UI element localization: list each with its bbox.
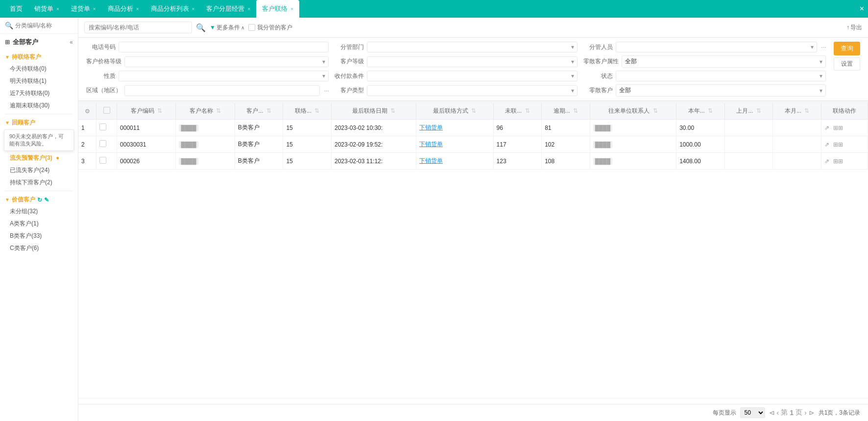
filter-manager-select[interactable]: ▾ xyxy=(616,42,817,52)
filter-status-select[interactable]: ▾ xyxy=(616,71,826,81)
tab-sales-order[interactable]: 销货单 × xyxy=(28,0,65,18)
filter-settings-button[interactable]: 设置 xyxy=(834,57,860,71)
search-input[interactable] xyxy=(84,22,192,33)
col-settings: ⚙ xyxy=(78,103,96,120)
arrow-icon: ▼ xyxy=(5,54,10,60)
tab-product-analysis[interactable]: 商品分析 × xyxy=(102,0,145,18)
refresh-icon[interactable]: ↻ xyxy=(37,197,42,203)
more-conditions-toggle[interactable]: ▼ 更多条件 ∧ xyxy=(210,24,244,32)
filter-manager-label: 分管人员 xyxy=(583,43,613,51)
action-link-icon[interactable]: ⇗ xyxy=(824,158,829,165)
close-tab-product-analysis-list[interactable]: × xyxy=(192,6,195,12)
last-method-link[interactable]: 下销货单 xyxy=(419,141,443,148)
last-method-link[interactable]: 下销货单 xyxy=(419,157,443,164)
sidebar-item-7day-contact[interactable]: 近7天待联络(0) xyxy=(0,87,78,99)
query-button[interactable]: 查询 xyxy=(834,42,860,55)
sort-icon-this-month[interactable]: ⇅ xyxy=(804,107,809,114)
manager-dots[interactable]: ··· xyxy=(821,44,826,50)
tooltip-review: 90天未交易的客户，可能有流失风险。 xyxy=(4,129,74,151)
sort-icon-this-year[interactable]: ⇅ xyxy=(708,107,713,114)
sort-icon-overdue[interactable]: ⇅ xyxy=(573,107,578,114)
sort-icon-contact-count[interactable]: ⇅ xyxy=(314,107,319,114)
row-checkbox[interactable] xyxy=(99,140,106,147)
filter-phone-input[interactable] xyxy=(119,42,329,52)
sort-icon-contact-person[interactable]: ⇅ xyxy=(653,107,658,114)
select-all-checkbox[interactable] xyxy=(103,107,110,114)
close-tab-product-analysis[interactable]: × xyxy=(136,6,139,12)
filter-payment-select[interactable]: ▾ xyxy=(367,71,577,81)
sidebar-group-review[interactable]: ▼ 回顾客户 xyxy=(0,116,78,128)
table-area: ⚙ 客户编码 ⇅ 客户名称 ⇅ xyxy=(78,103,868,398)
col-overdue: 逾期... ⇅ xyxy=(542,103,590,120)
sidebar-item-churn-warning[interactable]: 流失预警客户(3) ● xyxy=(0,152,78,164)
filter-customer-tier-select[interactable]: ▾ xyxy=(367,56,577,67)
row-contact-count: 15 xyxy=(283,136,332,153)
row-last-date: 2023-03-02 10:30: xyxy=(331,120,416,136)
sidebar-item-today-contact[interactable]: 今天待联络(0) xyxy=(0,63,78,75)
my-customers-checkbox[interactable] xyxy=(248,24,255,31)
page-next-btn[interactable]: › xyxy=(804,409,807,417)
page-first-btn[interactable]: ⊲ xyxy=(769,409,775,417)
sort-icon-unlink-days[interactable]: ⇅ xyxy=(525,107,530,114)
filter-customer-tier: 客户等级 ▾ xyxy=(335,56,577,67)
close-tab-sales-order[interactable]: × xyxy=(56,6,59,12)
action-more-icon[interactable]: ⊞⊞ xyxy=(833,158,843,165)
row-name: ████ xyxy=(176,120,235,136)
close-tab-customer-stratification[interactable]: × xyxy=(247,6,250,12)
filter-status-label: 状态 xyxy=(583,72,613,80)
action-link-icon[interactable]: ⇗ xyxy=(824,141,829,148)
action-more-icon[interactable]: ⊞⊞ xyxy=(833,124,843,131)
close-tab-customer-contact[interactable]: × xyxy=(290,6,293,12)
sidebar-item-tomorrow-contact[interactable]: 明天待联络(1) xyxy=(0,75,78,87)
export-button[interactable]: ↑ 导出 xyxy=(846,24,862,32)
sort-icon-last-month[interactable]: ⇅ xyxy=(756,107,761,114)
price-tier-arrow: ▾ xyxy=(322,58,325,65)
window-close-button[interactable]: × xyxy=(860,4,864,13)
top-nav: 首页 销货单 × 进货单 × 商品分析 × 商品分析列表 × 客户分层经营 × … xyxy=(0,0,868,18)
tab-home[interactable]: 首页 xyxy=(4,0,28,18)
filter-dept-select[interactable]: ▾ xyxy=(367,42,577,52)
row-checkbox[interactable] xyxy=(99,124,106,130)
sort-icon-name[interactable]: ⇅ xyxy=(216,107,221,114)
page-last-btn[interactable]: ⊳ xyxy=(809,409,815,417)
tab-customer-stratification[interactable]: 客户分层经营 × xyxy=(200,0,256,18)
edit-icon[interactable]: ✎ xyxy=(44,197,49,203)
sidebar-item-ungrouped[interactable]: 未分组(32) xyxy=(0,205,78,218)
sort-icon-last-date[interactable]: ⇅ xyxy=(390,107,395,114)
sidebar-item-class-b[interactable]: B类客户(33) xyxy=(0,230,78,242)
horizontal-scrollbar[interactable] xyxy=(78,398,868,404)
filter-region-input[interactable] xyxy=(124,85,320,96)
row-checkbox[interactable] xyxy=(99,157,106,164)
sidebar-group-value[interactable]: ▼ 价值客户 ↻ ✎ xyxy=(0,193,78,205)
current-page: 1 xyxy=(790,409,794,417)
search-button[interactable]: 🔍 xyxy=(196,23,206,32)
sort-icon-type[interactable]: ⇅ xyxy=(266,107,271,114)
sort-icon-last-method[interactable]: ⇅ xyxy=(471,107,476,114)
filter-scatter-customer-select[interactable]: 全部 ▾ xyxy=(616,84,826,97)
filter-price-tier-select[interactable]: ▾ xyxy=(124,56,329,67)
sidebar-search-input[interactable] xyxy=(15,22,73,29)
page-prev-btn[interactable]: ‹ xyxy=(777,409,779,417)
sidebar-group-pending[interactable]: ▼ 待联络客户 xyxy=(0,50,78,63)
tab-product-analysis-list[interactable]: 商品分析列表 × xyxy=(145,0,201,18)
region-dots[interactable]: ··· xyxy=(324,87,329,94)
filter-nature-select[interactable]: ▾ xyxy=(119,71,329,81)
my-customers-toggle[interactable]: 我分管的客户 xyxy=(248,24,292,32)
close-tab-purchase-order[interactable]: × xyxy=(93,6,96,12)
action-link-icon[interactable]: ⇗ xyxy=(824,124,829,131)
last-method-link[interactable]: 下销货单 xyxy=(419,124,443,131)
sidebar-item-declining[interactable]: 持续下滑客户(2) xyxy=(0,176,78,189)
filter-scatter-attr-select[interactable]: 全部 ▾ xyxy=(622,55,826,68)
sidebar-item-overdue-contact[interactable]: 逾期未联络(30) xyxy=(0,99,78,112)
per-page-select[interactable]: 50 100 xyxy=(740,407,765,418)
sort-icon-code[interactable]: ⇅ xyxy=(157,107,162,114)
tab-purchase-order[interactable]: 进货单 × xyxy=(65,0,102,18)
action-more-icon[interactable]: ⊞⊞ xyxy=(833,141,843,148)
sidebar-item-class-c[interactable]: C类客户(6) xyxy=(0,242,78,254)
sidebar-item-class-a[interactable]: A类客户(1) xyxy=(0,218,78,230)
filter-customer-type-select[interactable]: ▾ xyxy=(367,85,577,96)
table-settings-icon[interactable]: ⚙ xyxy=(85,108,90,115)
sidebar-all-customers[interactable]: ⊞ 全部客户 « xyxy=(0,34,78,50)
sidebar-item-churned[interactable]: 已流失客户(24) xyxy=(0,164,78,176)
tab-customer-contact[interactable]: 客户联络 × xyxy=(256,0,299,18)
